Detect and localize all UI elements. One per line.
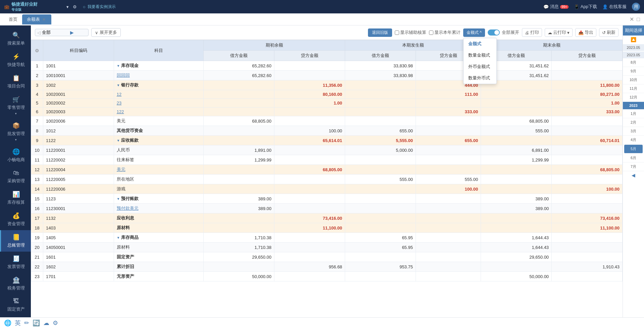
app-download-btn[interactable]: 📱 App下载: [574, 4, 597, 10]
td-row-name: 原材料: [114, 223, 204, 233]
th-ps-debit: 借方金额: [204, 51, 274, 61]
month-6[interactable]: 6月: [623, 154, 644, 162]
td-co-credit: 655.00: [416, 136, 481, 145]
refresh-btn[interactable]: ↺ 刷新: [599, 28, 619, 37]
td-row-name[interactable]: 122: [114, 108, 204, 116]
table-settings-btn[interactable]: ⚙: [35, 48, 39, 53]
td-ps-credit: 100.00: [274, 126, 345, 136]
td-pe-debit: [481, 223, 552, 233]
expand-all-toggle[interactable]: 全部展开: [488, 29, 519, 36]
td-row-name[interactable]: 回回回: [114, 71, 204, 80]
month-9[interactable]: 9月: [623, 67, 644, 76]
month-5[interactable]: 5月: [624, 145, 643, 153]
print-btn[interactable]: 🖨 打印: [522, 28, 542, 37]
expand-icon[interactable]: ▼: [117, 197, 121, 201]
app-dropdown-btn[interactable]: ▾: [64, 4, 71, 9]
expand-more-btn[interactable]: ∨ 展开更多: [91, 28, 121, 37]
month-3[interactable]: 3月: [623, 127, 644, 136]
sidebar-item-ledger[interactable]: 📒 总账管理: [0, 230, 31, 252]
demo-link[interactable]: 我要看实例演示: [88, 4, 116, 10]
amount-type-btn[interactable]: 金额式 ^: [463, 28, 485, 37]
tab-close-btn[interactable]: ×: [41, 17, 47, 22]
td-row-no: 2: [31, 71, 43, 80]
export-btn[interactable]: 📤 导出: [575, 28, 596, 37]
td-ps-credit: 68,805.00: [274, 165, 345, 175]
sidebar-item-assets[interactable]: 🏗 固定资产: [0, 294, 31, 316]
sidebar-item-tax[interactable]: 🏦 税务管理: [0, 273, 31, 294]
bottom-global-btn[interactable]: 🌐: [4, 319, 11, 327]
td-row-name: 原材料: [114, 243, 204, 252]
td-pe-credit: 73,416.00: [552, 213, 623, 223]
dm-item-sljine[interactable]: 数量金额式: [464, 50, 496, 61]
show-year-check[interactable]: 显示本年累计: [429, 29, 461, 36]
search-nav-next[interactable]: ▶: [70, 30, 74, 35]
dm-item-slwb[interactable]: 数量外币式: [464, 72, 496, 84]
dm-item-jine[interactable]: 金额式: [464, 38, 496, 50]
sidebar-item-quicknav[interactable]: ⚡ 快捷导航: [0, 50, 31, 71]
td-pe-credit: 100.00: [552, 184, 623, 194]
sidebar-item-project[interactable]: 📋 项目合同: [0, 71, 31, 92]
sidebar-item-invoice[interactable]: 🧾 发票管理: [0, 252, 31, 273]
expand-icon[interactable]: ▼: [117, 236, 121, 240]
td-row-name[interactable]: 美元: [114, 165, 204, 175]
dm-item-wbjine[interactable]: 外币金额式: [464, 61, 496, 72]
month-12[interactable]: 12月: [623, 93, 644, 102]
td-ps-debit: [204, 184, 274, 194]
expand-icon[interactable]: ▼: [117, 83, 121, 87]
td-co-debit: [345, 184, 416, 194]
td-row-name[interactable]: 23: [114, 99, 204, 108]
td-row-name[interactable]: 预付款美元: [114, 204, 204, 213]
sidebar-item-retail[interactable]: 🛒 零售管理 ▾: [0, 92, 31, 119]
globe-icon: ○: [83, 4, 86, 9]
sidebar-label-assets: 固定资产: [7, 306, 25, 312]
month-1[interactable]: 1月: [623, 110, 644, 118]
expand-icon[interactable]: ▼: [117, 64, 121, 68]
sidebar-item-search[interactable]: 🔍 搜索菜单: [0, 28, 31, 50]
win-close-btn[interactable]: ✕: [630, 16, 634, 22]
td-row-name[interactable]: 12: [114, 90, 204, 99]
sidebar-item-purchase[interactable]: 🛍 采购管理: [0, 166, 31, 187]
sidebar-item-wholesale[interactable]: 📦 批发管理 ▾: [0, 119, 31, 145]
expand-icon[interactable]: ▼: [117, 139, 121, 142]
sidebar-item-funds[interactable]: 💰 资金管理: [0, 209, 31, 230]
bottom-cloud-btn[interactable]: ☁: [43, 319, 49, 327]
period-down-arrow[interactable]: ◀: [623, 171, 644, 179]
bottom-sync-btn[interactable]: 🔄: [33, 319, 40, 327]
month-8[interactable]: 8月: [623, 58, 644, 67]
show-assist-check[interactable]: 显示辅助核算: [395, 29, 426, 36]
month-11[interactable]: 11月: [623, 84, 644, 93]
sidebar-item-inventory[interactable]: 📊 库存核算: [0, 187, 31, 209]
tab-home[interactable]: 首页: [4, 14, 22, 24]
message-icon: 💬: [543, 4, 549, 9]
sidebar-item-ecommerce[interactable]: 🌐 小畅电商: [0, 145, 31, 166]
cloud-print-btn[interactable]: ☁ 云打印 ▾: [545, 28, 573, 37]
win-maximize-btn[interactable]: □: [637, 16, 640, 22]
td-pe-debit: [481, 108, 552, 116]
show-year-checkbox[interactable]: [429, 30, 433, 35]
table-row: 31002▼ 银行存款11,356.00444.0011,800.00: [31, 80, 623, 90]
search-input[interactable]: [42, 30, 69, 35]
tab-balance[interactable]: 余额表 ×: [22, 14, 51, 24]
balance-table: ⚙ 科目编码 科目 期初余额 本期发生额 期末余额 借方金额 贷方金额 借方金额…: [31, 40, 623, 281]
bottom-settings-btn[interactable]: ⚙: [53, 319, 58, 327]
month-2[interactable]: 2月: [623, 118, 644, 127]
td-ps-credit: 11,356.00: [274, 80, 345, 90]
month-10[interactable]: 10月: [623, 76, 644, 84]
back-old-btn[interactable]: 退回旧版: [368, 28, 392, 37]
bottom-edit-btn[interactable]: ✏: [24, 319, 29, 327]
message-btn[interactable]: 💬 消息 99+: [543, 4, 569, 10]
period-up-arrow[interactable]: 🔼: [623, 36, 644, 44]
toggle-track[interactable]: [488, 29, 500, 36]
month-7[interactable]: 7月: [623, 162, 644, 171]
td-ps-debit: [204, 175, 274, 184]
show-assist-checkbox[interactable]: [395, 30, 399, 35]
year-2023-start-label: 2023.05: [623, 52, 644, 58]
app-settings-btn[interactable]: ⚙: [71, 4, 79, 9]
user-avatar[interactable]: 用: [632, 3, 640, 11]
th-name: 科目: [114, 40, 204, 61]
online-service-btn[interactable]: 👤 在线客服: [602, 4, 627, 10]
month-4[interactable]: 4月: [623, 136, 644, 144]
bottom-lang-btn[interactable]: 英: [15, 319, 21, 327]
search-area[interactable]: ◁ ▶: [35, 29, 89, 36]
td-ps-debit: 1,710.38: [204, 243, 274, 252]
